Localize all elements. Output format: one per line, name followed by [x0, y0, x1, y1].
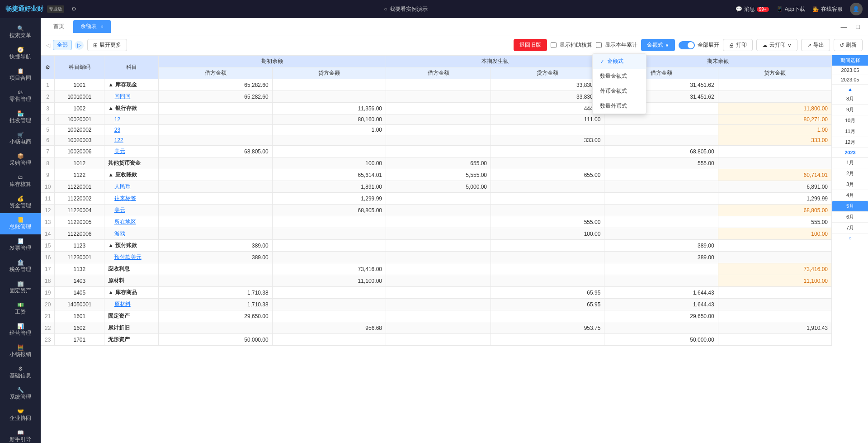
sidebar-item-ecommerce[interactable]: 🛒 小畅电商	[0, 128, 41, 149]
print-btn[interactable]: 🖨 打印	[723, 39, 753, 51]
sidebar-item-quicknav[interactable]: 🧭 快捷导航	[0, 43, 41, 64]
show-ytd-check[interactable]: 显示本年累计	[596, 41, 637, 49]
sidebar-item-project[interactable]: 📋 项目合同	[0, 64, 41, 86]
period-1[interactable]: 1月	[832, 157, 868, 168]
message-btn[interactable]: 💬 消息 99+	[736, 5, 769, 13]
table-row[interactable]: 5 10020002 23 1.00 1.00	[41, 125, 832, 135]
period-3[interactable]: 3月	[832, 179, 868, 190]
sidebar-item-tax[interactable]: 🏦 税务管理	[0, 256, 41, 277]
sidebar-item-purchase[interactable]: 📦 采购管理	[0, 149, 41, 171]
app-download-btn[interactable]: 📱 App下载	[776, 5, 805, 13]
sidebar-item-retail[interactable]: 🛍 零售管理	[0, 86, 41, 107]
settings-icon[interactable]: ⚙	[71, 6, 76, 12]
period-2023-item1[interactable]: 2023.05	[832, 66, 868, 75]
user-avatar[interactable]: 👤	[850, 3, 863, 15]
table-row[interactable]: 14 11220006 游戏 100.00 100.00	[41, 228, 832, 240]
table-row[interactable]: 17 1132 应收利息 73,416.00 73,416.00	[41, 263, 832, 275]
table-row[interactable]: 18 1403 原材料 11,100.00 11,100.00	[41, 275, 832, 287]
period-6[interactable]: 6月	[832, 212, 868, 223]
sidebar-item-ledger[interactable]: 📒 总账管理	[0, 213, 41, 234]
tab-balance[interactable]: 余额表 ×	[73, 20, 111, 33]
tab-close-icon[interactable]: ×	[100, 24, 104, 30]
cloud-print-btn[interactable]: ☁ 云打印 ∨	[756, 39, 797, 51]
auxiliary-checkbox[interactable]	[551, 42, 557, 48]
account-name[interactable]: 23	[104, 125, 159, 135]
period-9[interactable]: 9月	[832, 105, 868, 115]
account-name[interactable]: 原材料	[104, 299, 159, 310]
online-service-btn[interactable]: 💁 在线客服	[812, 5, 843, 13]
table-row[interactable]: 22 1602 累计折旧 956.68 953.75 1,910.43	[41, 322, 832, 334]
table-row[interactable]: 12 11220004 美元 68,805.00 68,805.00	[41, 205, 832, 216]
refresh-btn[interactable]: ↺ 刷新	[834, 39, 863, 51]
ytd-checkbox[interactable]	[596, 42, 602, 48]
sidebar-item-wholesale[interactable]: 🏪 批发管理	[0, 107, 41, 128]
period-12[interactable]: 12月	[832, 137, 868, 148]
account-name[interactable]: 所在地区	[104, 216, 159, 228]
period-2023-item2[interactable]: 2023.05	[832, 75, 868, 85]
table-row[interactable]: 15 1123 ▲ 预付账款 389.00 389.00	[41, 240, 832, 252]
table-row[interactable]: 1 1001 ▲ 库存现金 65,282.60 33,830.98 31,451…	[41, 79, 832, 91]
account-name[interactable]: 往来标签	[104, 193, 159, 205]
sidebar-item-assets[interactable]: 🏢 固定资产	[0, 277, 41, 298]
table-row[interactable]: 7 10020006 美元 68,805.00 68,805.00	[41, 146, 832, 157]
sidebar-item-expense[interactable]: 🧮 小畅报销	[0, 341, 41, 362]
back-old-btn[interactable]: 退回旧版	[514, 39, 547, 51]
table-row[interactable]: 6 10020003 122 333.00 333.00	[41, 135, 832, 146]
dropdown-item-foreign-amount[interactable]: 外币金额式	[593, 84, 646, 99]
account-name[interactable]: 回回回	[104, 91, 159, 103]
table-row[interactable]: 10 11220001 人民币 1,891.00 5,000.00 6,891.…	[41, 181, 832, 193]
settings-gear-icon[interactable]: ⚙	[45, 64, 50, 71]
period-5[interactable]: 5月	[832, 201, 868, 212]
sidebar-item-salary[interactable]: 💵 工资	[0, 298, 41, 319]
sidebar-item-basic[interactable]: ⚙ 基础信息	[0, 362, 41, 383]
table-row[interactable]: 9 1122 ▲ 应收账款 65,614.01 5,555.00 655.00 …	[41, 169, 832, 181]
tab-home[interactable]: 首页	[46, 20, 71, 33]
period-expand-up[interactable]: ▲	[832, 85, 868, 94]
account-name[interactable]: 预付款美元	[104, 252, 159, 263]
amount-mode-btn[interactable]: 金额式 ∧	[641, 39, 675, 51]
table-row[interactable]: 20 14050001 原材料 1,710.38 65.95 1,644.43	[41, 299, 832, 310]
demo-label[interactable]: 我要看实例演示	[390, 5, 428, 13]
account-name[interactable]: 人民币	[104, 181, 159, 193]
period-2[interactable]: 2月	[832, 168, 868, 179]
table-row[interactable]: 23 1701 无形资产 50,000.00 50,000.00	[41, 334, 832, 346]
dropdown-item-amount[interactable]: ✓ 金额式	[593, 54, 646, 69]
period-4[interactable]: 4月	[832, 190, 868, 201]
period-collapse[interactable]: ○	[832, 233, 868, 243]
account-name[interactable]: 游戏	[104, 228, 159, 240]
table-row[interactable]: 11 11220002 往来标签 1,299.99 1,299.99	[41, 193, 832, 205]
sidebar-item-sysadmin[interactable]: 🔧 系统管理	[0, 383, 41, 405]
sidebar-item-guide[interactable]: 📖 新手引导	[0, 426, 41, 443]
dropdown-item-qty-amount[interactable]: 数量金额式	[593, 69, 646, 84]
table-row[interactable]: 19 1405 ▲ 库存商品 1,710.38 65.95 1,644.43	[41, 287, 832, 299]
table-row[interactable]: 16 11230001 预付款美元 389.00 389.00	[41, 252, 832, 263]
table-row[interactable]: 4 10020001 12 80,160.00 111.00 80,271.00	[41, 114, 832, 125]
expand-toggle[interactable]	[679, 41, 695, 49]
sidebar-item-collab[interactable]: 🤝 企业协同	[0, 405, 41, 426]
show-auxiliary-check[interactable]: 显示辅助核算	[551, 41, 592, 49]
export-btn[interactable]: ↗ 导出	[801, 39, 830, 51]
sidebar-item-inventory[interactable]: 🗂 库存核算	[0, 171, 41, 192]
period-11[interactable]: 11月	[832, 126, 868, 137]
account-name[interactable]: 美元	[104, 205, 159, 216]
table-row[interactable]: 3 1002 ▲ 银行存款 11,356.00 444.00 11,800.00	[41, 103, 832, 114]
table-row[interactable]: 21 1601 固定资产 29,650.00 29,650.00	[41, 310, 832, 322]
maximize-btn[interactable]: □	[854, 22, 863, 31]
sidebar-item-search[interactable]: 🔍 搜索菜单	[0, 22, 41, 43]
filter-tag[interactable]: 全部	[53, 40, 72, 50]
table-row[interactable]: 2 10010001 回回回 65,282.60 33,830.98 31,45…	[41, 91, 832, 103]
th-settings[interactable]: ⚙	[41, 56, 55, 79]
sidebar-item-invoice[interactable]: 🧾 发票管理	[0, 234, 41, 256]
period-year-2023[interactable]: 2023	[832, 148, 868, 157]
period-10[interactable]: 10月	[832, 115, 868, 126]
table-row[interactable]: 13 11220005 所在地区 555.00 555.00	[41, 216, 832, 228]
period-8[interactable]: 8月	[832, 94, 868, 105]
minimize-btn[interactable]: —	[838, 22, 850, 31]
sidebar-item-finance[interactable]: 💰 资金管理	[0, 192, 41, 213]
account-name[interactable]: 122	[104, 135, 159, 146]
dropdown-item-qty-foreign[interactable]: 数量外币式	[593, 99, 646, 114]
sidebar-item-management[interactable]: 📊 经营管理	[0, 319, 41, 341]
account-name[interactable]: 美元	[104, 146, 159, 157]
expand-more-btn[interactable]: ⊞ 展开更多	[87, 39, 127, 51]
account-name[interactable]: 12	[104, 114, 159, 125]
